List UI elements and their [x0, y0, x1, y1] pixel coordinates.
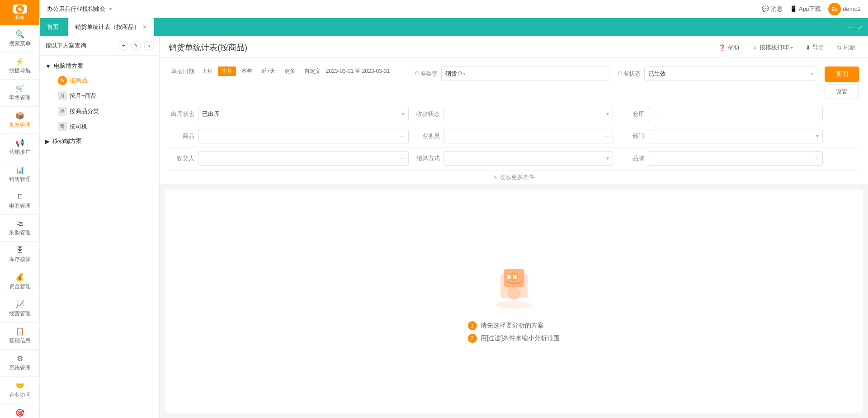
- pc-sub-tree: 按 按商品 月 按月+商品 类 按商品分类 司: [40, 73, 159, 134]
- export-label: 导出: [812, 43, 824, 52]
- date-chip-thisyear[interactable]: 本年: [238, 66, 256, 76]
- sidebar-item-ecommerce[interactable]: 🖥 电商管理: [0, 188, 39, 215]
- tree-item-by-category[interactable]: 类 按商品分类: [45, 104, 159, 119]
- user-name: demo2: [843, 5, 861, 12]
- warehouse-value: …: [652, 111, 819, 118]
- sidebar-item-wholesale[interactable]: 📦 批发管理: [0, 107, 39, 134]
- sidebar-item-label: 资金管理: [9, 283, 31, 290]
- topbar-dropdown-arrow[interactable]: ▾: [109, 6, 112, 11]
- system-icon: ⚙: [17, 354, 23, 363]
- print-icon: 🖨: [752, 44, 758, 51]
- brand-more[interactable]: ···: [814, 155, 819, 162]
- message-button[interactable]: 💬 消息: [762, 5, 783, 13]
- docstatus-dropdown[interactable]: ▾: [811, 71, 813, 77]
- sidebar-item-basic[interactable]: 📋 基础信息: [0, 323, 39, 350]
- date-chip-lastmonth[interactable]: 上月: [198, 66, 216, 76]
- help-button[interactable]: ❓ 帮助: [715, 42, 743, 53]
- brand-label: 品牌: [618, 154, 648, 162]
- sidebar-item-collab[interactable]: 🤝 企业协同: [0, 377, 39, 404]
- outstatus-value: 已出库: [202, 110, 402, 118]
- app-download-label: App下载: [799, 5, 821, 13]
- sidebar-item-finance[interactable]: 💰 资金管理: [0, 268, 39, 295]
- app-download-button[interactable]: 📱 App下载: [790, 5, 821, 13]
- receiver-more[interactable]: ···: [400, 155, 405, 162]
- export-button[interactable]: ⬇ 导出: [802, 42, 828, 53]
- print-button[interactable]: 🖨 按模板打印 ▾: [748, 42, 797, 53]
- logo-area[interactable]: 畅 标账: [0, 0, 39, 25]
- topbar-title: 办公用品行业模拟账套: [47, 5, 106, 13]
- outstatus-label: 出库状态: [169, 110, 198, 118]
- date-chip-thismonth[interactable]: 本月: [218, 66, 236, 76]
- left-panel-actions: + ✎ «: [118, 41, 154, 51]
- doctype-dropdown[interactable]: ▾: [463, 71, 466, 77]
- main-wrapper: 办公用品行业模拟账套 ▾ 💬 消息 📱 App下载 Ea demo2 首页: [40, 0, 868, 418]
- mobile-group: ▶ 移动端方案: [40, 134, 159, 148]
- salesman-more[interactable]: ···: [604, 133, 609, 139]
- sidebar-item-guide[interactable]: 🎯 新手引导: [0, 404, 39, 418]
- finance-icon: 💰: [15, 273, 24, 281]
- message-label: 消息: [771, 5, 783, 13]
- export-icon: ⬇: [806, 44, 811, 51]
- tab-home[interactable]: 首页: [40, 18, 66, 36]
- tab-sales-stats[interactable]: 销货单统计表（按商品） ✕: [68, 18, 154, 36]
- refresh-button[interactable]: ↻ 刷新: [833, 42, 859, 53]
- settlement-dropdown[interactable]: ▾: [606, 155, 609, 162]
- goods-more[interactable]: ···: [400, 133, 405, 139]
- sidebar-item-operation[interactable]: 📈 经营管理: [0, 295, 39, 323]
- pc-group-header[interactable]: ▼ 电脑端方案: [40, 59, 159, 73]
- sidebar-item-search[interactable]: 🔍 搜索菜单: [0, 25, 39, 52]
- edit-icon: ✎: [134, 43, 138, 49]
- date-chip-custom[interactable]: 自定义: [301, 66, 324, 76]
- docstatus-value: 已生效: [648, 70, 811, 78]
- tip-text-2: 用[过滤]条件来缩小分析范围: [481, 334, 560, 342]
- sidebar-item-sales[interactable]: 📊 销售管理: [0, 161, 39, 188]
- sidebar-item-label: 快捷导航: [9, 67, 31, 75]
- tree-item-label: 按司机: [70, 123, 87, 131]
- tree-item-label: 按商品: [70, 76, 87, 85]
- tip-num-1: 1: [468, 321, 477, 330]
- collapse-more-button[interactable]: ∧ 收起更多条件: [169, 171, 859, 184]
- tree-item-by-month-goods[interactable]: 月 按月+商品: [45, 88, 159, 104]
- mobile-group-header[interactable]: ▶ 移动端方案: [40, 134, 159, 148]
- right-panel: 销货单统计表(按商品) ❓ 帮助 🖨 按模板打印 ▾ ⬇ 导出: [160, 36, 868, 418]
- payment-dropdown[interactable]: ▾: [606, 111, 609, 117]
- collapse-panel-button[interactable]: «: [144, 41, 154, 51]
- date-chip-more[interactable]: 更多: [281, 66, 299, 76]
- sidebar-item-system[interactable]: ⚙ 系统管理: [0, 350, 39, 377]
- tree-item-by-goods[interactable]: 按 按商品: [45, 73, 159, 88]
- goods-label: 商品: [169, 132, 198, 140]
- minimize-icon[interactable]: —: [848, 24, 854, 31]
- sidebar-item-marketing[interactable]: 📢 营销推广: [0, 134, 39, 161]
- tree-expand-icon2: ▶: [45, 138, 50, 145]
- dept-dropdown[interactable]: ▾: [816, 133, 819, 139]
- doctype-value: 销货单: [445, 70, 463, 78]
- add-scheme-button[interactable]: +: [118, 41, 128, 51]
- tab-close-icon[interactable]: ✕: [142, 24, 147, 30]
- date-chip-last7[interactable]: 近7天: [258, 66, 279, 76]
- outstatus-dropdown[interactable]: ▾: [402, 111, 405, 117]
- empty-state: 1 请先选择要分析的方案 2 用[过滤]条件来缩小分析范围: [165, 190, 863, 413]
- query-button[interactable]: 查询: [825, 66, 859, 82]
- maximize-icon[interactable]: ⤢: [858, 24, 863, 31]
- page-header-actions: ❓ 帮助 🖨 按模板打印 ▾ ⬇ 导出 ↻ 刷新: [715, 42, 859, 53]
- wholesale-icon: 📦: [15, 111, 24, 120]
- tree-item-label: 按月+商品: [70, 92, 97, 100]
- sidebar-item-purchase[interactable]: 🛍 采购管理: [0, 215, 39, 242]
- sidebar-item-quicknav[interactable]: ⚡ 快捷导航: [0, 52, 39, 80]
- docstatus-label: 单据状态: [615, 70, 644, 78]
- user-area[interactable]: Ea demo2: [828, 3, 861, 15]
- active-item-icon: 按: [58, 76, 67, 85]
- receiver-label: 收货人: [169, 154, 198, 162]
- print-dropdown-icon[interactable]: ▾: [791, 45, 793, 50]
- tree-section: ▼ 电脑端方案 按 按商品 月 按月+商品 类: [40, 56, 159, 152]
- sidebar-item-inventory[interactable]: 🗄 库存核算: [0, 242, 39, 268]
- tree-item-by-driver[interactable]: 司 按司机: [45, 119, 159, 134]
- sidebar-item-label: 电商管理: [9, 202, 31, 210]
- quicknav-icon: ⚡: [15, 57, 24, 66]
- collapse-icon: «: [147, 43, 151, 49]
- tip-num-2: 2: [468, 334, 477, 343]
- edit-scheme-button[interactable]: ✎: [131, 41, 141, 51]
- guide-icon: 🎯: [15, 408, 24, 417]
- settings-button[interactable]: 设置: [825, 85, 859, 99]
- sidebar-item-retail[interactable]: 🛒 零售管理: [0, 80, 39, 107]
